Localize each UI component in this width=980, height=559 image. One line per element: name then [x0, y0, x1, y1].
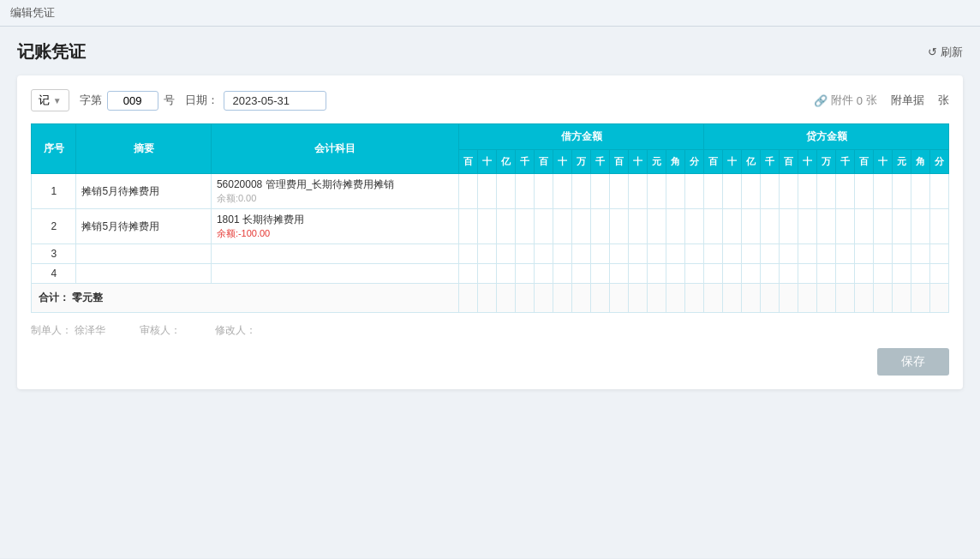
row-summary-2[interactable]: 摊销5月待摊费用 — [76, 209, 211, 244]
row3-credit-d10[interactable] — [874, 244, 893, 264]
row1-credit-d9[interactable] — [855, 174, 874, 209]
row2-debit-d2[interactable] — [478, 209, 497, 244]
save-button[interactable]: 保存 — [877, 348, 949, 376]
row4-credit-d12[interactable] — [911, 264, 930, 284]
date-input[interactable] — [224, 91, 326, 111]
row2-debit-d7[interactable] — [572, 209, 591, 244]
row1-credit-d4[interactable] — [761, 174, 780, 209]
row4-debit-d7[interactable] — [572, 264, 591, 284]
row2-debit-d9[interactable] — [610, 209, 629, 244]
row1-credit-d12[interactable] — [911, 174, 930, 209]
row4-debit-d1[interactable] — [459, 264, 478, 284]
row-account-4[interactable] — [211, 264, 458, 284]
row3-debit-d13[interactable] — [685, 244, 704, 264]
row1-debit-d6[interactable] — [553, 174, 572, 209]
row2-debit-d4[interactable] — [516, 209, 535, 244]
row2-credit-d4[interactable] — [761, 209, 780, 244]
row3-credit-d9[interactable] — [855, 244, 874, 264]
row2-debit-d3[interactable] — [497, 209, 516, 244]
row2-debit-d8[interactable] — [591, 209, 610, 244]
row4-debit-d8[interactable] — [591, 264, 610, 284]
row2-credit-d11[interactable] — [893, 209, 911, 244]
row2-credit-d2[interactable] — [723, 209, 742, 244]
row4-credit-d2[interactable] — [723, 264, 742, 284]
row1-credit-d7[interactable] — [817, 174, 836, 209]
row1-credit-d6[interactable] — [798, 174, 817, 209]
row4-debit-d10[interactable] — [629, 264, 648, 284]
row1-debit-d4[interactable] — [516, 174, 535, 209]
row3-debit-d7[interactable] — [572, 244, 591, 264]
row3-debit-d9[interactable] — [610, 244, 629, 264]
row2-credit-d5[interactable] — [780, 209, 798, 244]
row2-credit-d1[interactable] — [704, 209, 723, 244]
row3-debit-d8[interactable] — [591, 244, 610, 264]
row4-credit-d7[interactable] — [817, 264, 836, 284]
row1-credit-d13[interactable] — [930, 174, 949, 209]
row3-debit-d6[interactable] — [553, 244, 572, 264]
row3-debit-d10[interactable] — [629, 244, 648, 264]
row1-debit-d8[interactable] — [591, 174, 610, 209]
row4-debit-d13[interactable] — [685, 264, 704, 284]
refresh-button[interactable]: ↺ 刷新 — [928, 45, 963, 60]
row3-credit-d7[interactable] — [817, 244, 836, 264]
row4-credit-d11[interactable] — [893, 264, 911, 284]
row4-debit-d3[interactable] — [497, 264, 516, 284]
attachment-link[interactable]: 🔗 附件 0 张 — [814, 93, 877, 108]
row1-debit-d11[interactable] — [648, 174, 666, 209]
row2-credit-d8[interactable] — [836, 209, 855, 244]
row-account-2[interactable]: 1801 长期待摊费用余额:-100.00 — [211, 209, 458, 244]
row1-debit-d1[interactable] — [459, 174, 478, 209]
row4-credit-d13[interactable] — [930, 264, 949, 284]
attach-single-button[interactable]: 附单据 — [891, 93, 924, 108]
row4-credit-d6[interactable] — [798, 264, 817, 284]
row-summary-3[interactable] — [76, 244, 211, 264]
row-summary-1[interactable]: 摊销5月待摊费用 — [76, 174, 211, 209]
row3-credit-d4[interactable] — [761, 244, 780, 264]
row3-credit-d12[interactable] — [911, 244, 930, 264]
row3-debit-d2[interactable] — [478, 244, 497, 264]
row1-debit-d13[interactable] — [685, 174, 704, 209]
row1-credit-d8[interactable] — [836, 174, 855, 209]
row1-credit-d1[interactable] — [704, 174, 723, 209]
row3-debit-d3[interactable] — [497, 244, 516, 264]
row1-debit-d2[interactable] — [478, 174, 497, 209]
row1-debit-d10[interactable] — [629, 174, 648, 209]
row4-debit-d12[interactable] — [666, 264, 685, 284]
row2-debit-d1[interactable] — [459, 209, 478, 244]
row3-credit-d6[interactable] — [798, 244, 817, 264]
row4-debit-d6[interactable] — [553, 264, 572, 284]
row1-credit-d3[interactable] — [742, 174, 761, 209]
row2-credit-d7[interactable] — [817, 209, 836, 244]
row1-credit-d5[interactable] — [780, 174, 798, 209]
table-row[interactable]: 4 — [32, 264, 949, 284]
row3-credit-d13[interactable] — [930, 244, 949, 264]
row4-debit-d9[interactable] — [610, 264, 629, 284]
row3-debit-d4[interactable] — [516, 244, 535, 264]
row-summary-4[interactable] — [76, 264, 211, 284]
row2-credit-d10[interactable] — [874, 209, 893, 244]
table-row[interactable]: 3 — [32, 244, 949, 264]
row3-debit-d12[interactable] — [666, 244, 685, 264]
row4-credit-d3[interactable] — [742, 264, 761, 284]
row1-credit-d11[interactable] — [893, 174, 911, 209]
row3-credit-d3[interactable] — [742, 244, 761, 264]
row3-credit-d1[interactable] — [704, 244, 723, 264]
row4-credit-d9[interactable] — [855, 264, 874, 284]
table-row[interactable]: 1摊销5月待摊费用56020008 管理费用_长期待摊费用摊销余额:0.00 — [32, 174, 949, 209]
row2-debit-d12[interactable] — [666, 209, 685, 244]
row2-debit-d5[interactable] — [535, 209, 553, 244]
row1-credit-d10[interactable] — [874, 174, 893, 209]
row4-credit-d8[interactable] — [836, 264, 855, 284]
row3-debit-d5[interactable] — [535, 244, 553, 264]
row3-credit-d8[interactable] — [836, 244, 855, 264]
row3-credit-d2[interactable] — [723, 244, 742, 264]
row3-credit-d11[interactable] — [893, 244, 911, 264]
row4-credit-d4[interactable] — [761, 264, 780, 284]
row2-debit-d6[interactable] — [553, 209, 572, 244]
table-row[interactable]: 2摊销5月待摊费用1801 长期待摊费用余额:-100.00 — [32, 209, 949, 244]
row1-debit-d7[interactable] — [572, 174, 591, 209]
voucher-num-input[interactable] — [107, 91, 158, 111]
voucher-type-button[interactable]: 记 ▼ — [31, 89, 69, 111]
row4-credit-d5[interactable] — [780, 264, 798, 284]
row3-credit-d5[interactable] — [780, 244, 798, 264]
